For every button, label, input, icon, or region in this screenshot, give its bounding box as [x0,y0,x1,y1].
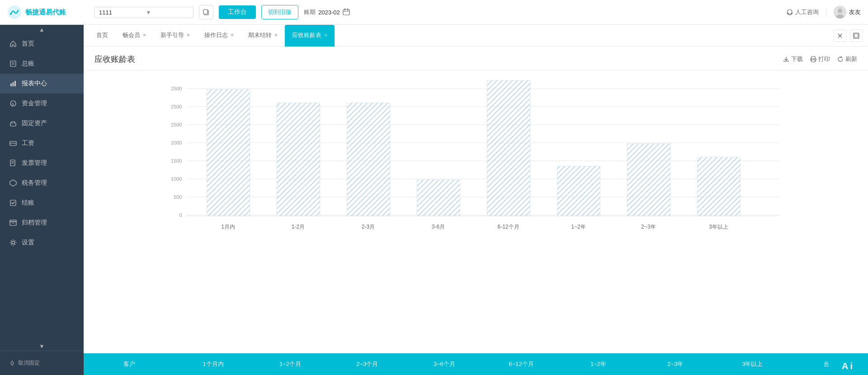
sidebar-item-archive[interactable]: 归档管理 [0,213,84,233]
download-label: 下载 [791,55,803,63]
svg-text:1-2月: 1-2月 [292,224,305,230]
sidebar-label-invoice: 发票管理 [22,159,47,167]
sidebar-label-assets: 固定资产 [22,119,47,127]
copy-button[interactable] [199,5,213,19]
logo-icon [7,5,22,19]
pin-icon [9,360,15,366]
tab-period-end[interactable]: 期末结转 × [241,25,285,47]
svg-text:500: 500 [174,194,182,200]
sidebar: ▲ 首页 总账 报表中心 $ [0,25,84,375]
svg-rect-40 [811,56,815,59]
closing-icon [9,199,17,207]
cancel-fixed-button[interactable]: 取消固定 [9,356,75,370]
th-1month: 1个月内 [175,360,251,368]
header-right: 人工咨询 友友 [786,6,861,19]
tab-oplog-close[interactable]: × [231,33,234,38]
svg-text:$: $ [12,102,14,106]
th-1-2month: 1~2个月 [252,360,329,368]
svg-text:2500: 2500 [171,104,182,109]
user-area[interactable]: 友友 [834,6,861,19]
sidebar-item-assets[interactable]: 固定资产 [0,113,84,133]
sidebar-item-settings[interactable]: 设置 [0,233,84,253]
download-button[interactable]: 下载 [783,55,803,63]
refresh-icon [837,56,844,62]
sidebar-item-tax[interactable]: 税务管理 [0,173,84,193]
svg-rect-10 [792,13,793,14]
scroll-down-arrow[interactable]: ▼ [0,342,84,351]
svg-text:1000: 1000 [171,176,182,182]
svg-text:2~3年: 2~3年 [641,224,656,230]
tab-member[interactable]: 畅会员 × [115,25,153,47]
sidebar-item-invoice[interactable]: 发票管理 [0,153,84,173]
support-label: 人工咨询 [795,8,819,16]
top-header: 畅捷通易代账 1111 ▼ 工作台 切到旧版 账期 2023-02 [0,0,868,25]
workbench-button[interactable]: 工作台 [219,5,256,19]
home-icon [9,40,17,48]
sidebar-item-ledger[interactable]: 总账 [0,54,84,74]
salary-icon [9,139,17,147]
tab-home[interactable]: 首页 [89,25,115,47]
headset-icon [786,9,793,16]
page-title: 应收账龄表 [94,54,135,65]
copy-icon [203,9,210,16]
tab-guide-close[interactable]: × [187,33,190,38]
tab-aging-close[interactable]: × [324,33,327,38]
table-header-row: 客户 1个月内 1~2个月 2~3个月 3~6个月 6~12个月 1~2年 2~… [84,353,868,375]
svg-point-12 [838,9,842,13]
sidebar-item-closing[interactable]: 结账 [0,193,84,213]
close-tab-button[interactable] [834,29,846,42]
sidebar-item-funds[interactable]: $ 资金管理 [0,94,84,113]
refresh-button[interactable]: 刷新 [837,55,857,63]
tax-icon [9,179,17,187]
svg-rect-41 [811,60,815,62]
content-area: 首页 畅会员 × 新手引导 × 操作日志 × 期末结转 × 应收账龄表 × [84,25,868,375]
tab-guide[interactable]: 新手引导 × [153,25,197,47]
user-name: 友友 [849,8,861,16]
svg-text:6-12个月: 6-12个月 [497,224,519,230]
tab-period-end-close[interactable]: × [274,33,278,38]
scroll-up-arrow[interactable]: ▲ [0,25,84,34]
th-6-12month: 6~12个月 [483,360,560,368]
sidebar-item-salary[interactable]: 工资 [0,133,84,153]
sidebar-label-tax: 税务管理 [22,179,47,187]
support-button[interactable]: 人工咨询 [786,8,819,16]
ai-badge: Ai [828,357,868,375]
svg-text:1月内: 1月内 [221,224,235,230]
sidebar-label-home: 首页 [22,40,34,48]
bar-1月内 [207,89,250,216]
switch-version-button[interactable]: 切到旧版 [261,5,298,19]
sidebar-label-closing: 结账 [22,199,34,207]
tab-aging[interactable]: 应收账龄表 × [285,25,335,47]
svg-rect-3 [203,9,208,14]
sidebar-item-reports[interactable]: 报表中心 [0,74,84,94]
expand-tab-button[interactable] [850,29,863,42]
svg-rect-14 [10,61,16,66]
bar-2-3月 [347,103,390,216]
ledger-icon [9,60,17,68]
print-icon [810,56,816,62]
print-label: 打印 [818,55,830,63]
bar-3-6月 [417,180,460,216]
svg-rect-19 [14,81,16,86]
company-selector[interactable]: 1111 ▼ [94,7,193,18]
bar-chart: 2500 2500 2500 2000 1500 1000 500 0 [88,80,854,251]
tab-bar: 首页 畅会员 × 新手引导 × 操作日志 × 期末结转 × 应收账龄表 × [84,25,868,47]
svg-text:2500: 2500 [171,122,182,127]
settings-icon [9,239,17,247]
th-customer: 客户 [84,360,175,368]
sidebar-label-settings: 设置 [22,239,34,247]
tab-member-close[interactable]: × [143,33,146,38]
page-content: 应收账龄表 下载 [84,47,868,375]
print-button[interactable]: 打印 [810,55,830,63]
th-1-2year: 1~2年 [560,360,637,368]
tab-oplog[interactable]: 操作日志 × [197,25,241,47]
chart-container: 2500 2500 2500 2000 1500 1000 500 0 [84,70,868,353]
close-icon [837,33,843,39]
download-icon [783,56,789,62]
calendar-icon[interactable] [343,8,350,17]
sidebar-item-home[interactable]: 首页 [0,34,84,54]
svg-text:3-6月: 3-6月 [432,224,445,230]
period-label: 账期 [304,8,316,16]
assets-icon [9,119,17,127]
sidebar-bottom: 取消固定 [0,351,84,375]
